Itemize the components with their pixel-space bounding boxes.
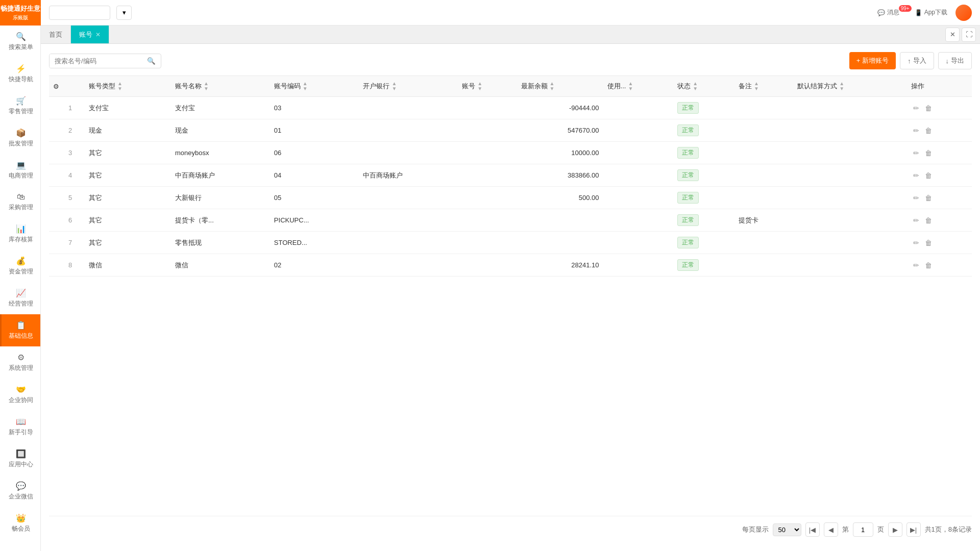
- tab-close-account[interactable]: ✕: [95, 31, 101, 38]
- col-code[interactable]: 账号编码 ▲▼: [270, 76, 359, 97]
- edit-row-button[interactable]: ✏: [911, 126, 921, 136]
- row-settlement: [793, 187, 907, 209]
- row-note: [734, 164, 793, 187]
- row-type: 支付宝: [85, 97, 171, 119]
- row-note: [734, 232, 793, 254]
- col-account-no[interactable]: 账号 ▲▼: [458, 76, 517, 97]
- sidebar-item-finance[interactable]: 💰 资金管理: [0, 250, 40, 282]
- sidebar-item-ecommerce[interactable]: 💻 电商管理: [0, 154, 40, 186]
- first-page-button[interactable]: |◀: [805, 522, 820, 537]
- row-num: 7: [64, 232, 85, 254]
- col-usage[interactable]: 使用... ▲▼: [603, 76, 674, 97]
- app-download-button[interactable]: 📱 App下载: [915, 8, 947, 17]
- system-icon: ⚙: [17, 353, 24, 362]
- sidebar-item-basic[interactable]: 📋 基础信息: [0, 314, 40, 346]
- sidebar-item-wholesale[interactable]: 📦 批发管理: [0, 122, 40, 154]
- tab-home[interactable]: 首页: [41, 26, 71, 43]
- sidebar-item-enterprise[interactable]: 🤝 企业协同: [0, 379, 40, 411]
- sort-code-icon: ▲▼: [303, 81, 308, 91]
- sidebar-item-operation[interactable]: 📈 经营管理: [0, 282, 40, 314]
- col-settings[interactable]: ⚙: [49, 76, 64, 97]
- delete-row-button[interactable]: 🗑: [923, 170, 934, 181]
- message-button[interactable]: 💬 消息 99+: [877, 8, 906, 17]
- row-settlement: [793, 232, 907, 254]
- sidebar-item-guide[interactable]: 📖 新手引导: [0, 411, 40, 443]
- row-settings: [49, 142, 64, 164]
- row-name: 零售抵现: [171, 232, 270, 254]
- delete-row-button[interactable]: 🗑: [923, 260, 934, 270]
- edit-row-button[interactable]: ✏: [911, 260, 921, 270]
- sidebar-item-member[interactable]: 👑 畅会员: [0, 507, 40, 539]
- edit-row-button[interactable]: ✏: [911, 103, 921, 113]
- account-search-input[interactable]: [50, 54, 142, 68]
- delete-row-button[interactable]: 🗑: [923, 126, 934, 136]
- phone-icon: 📱: [915, 9, 922, 16]
- sidebar-item-system[interactable]: ⚙ 系统管理: [0, 346, 40, 379]
- accounts-table: ⚙ 账号类型 ▲▼ 账号名称 ▲▼: [49, 76, 972, 277]
- edit-row-button[interactable]: ✏: [911, 238, 921, 248]
- row-usage: [603, 254, 674, 277]
- delete-row-button[interactable]: 🗑: [923, 148, 934, 158]
- page-size-select[interactable]: 50 100 200: [773, 523, 801, 536]
- row-settings: [49, 209, 64, 232]
- tab-close-all[interactable]: ✕: [945, 28, 960, 42]
- delete-row-button[interactable]: 🗑: [923, 103, 934, 113]
- row-usage: [603, 232, 674, 254]
- edit-row-button[interactable]: ✏: [911, 215, 921, 226]
- dropdown-button[interactable]: ▾: [116, 6, 132, 20]
- row-settings: [49, 232, 64, 254]
- import-button[interactable]: ↑ 导入: [900, 52, 934, 69]
- col-balance[interactable]: 最新余额 ▲▼: [517, 76, 603, 97]
- page-input[interactable]: [853, 522, 873, 537]
- edit-row-button[interactable]: ✏: [911, 193, 921, 203]
- col-name[interactable]: 账号名称 ▲▼: [171, 76, 270, 97]
- guide-icon: 📖: [16, 417, 26, 427]
- row-bank: [359, 232, 458, 254]
- row-account-no: [458, 209, 517, 232]
- row-name: 微信: [171, 254, 270, 277]
- sidebar-item-search-menu[interactable]: 🔍 搜索菜单: [0, 26, 40, 58]
- delete-row-button[interactable]: 🗑: [923, 193, 934, 203]
- sidebar-item-app-center[interactable]: 🔲 应用中心: [0, 443, 40, 475]
- retail-icon: 🛒: [16, 96, 26, 106]
- row-usage: [603, 164, 674, 187]
- prev-page-button[interactable]: ◀: [824, 522, 838, 537]
- delete-row-button[interactable]: 🗑: [923, 238, 934, 248]
- col-type[interactable]: 账号类型 ▲▼: [85, 76, 171, 97]
- avatar[interactable]: [955, 5, 972, 21]
- pagination: 每页显示 50 100 200 |◀ ◀ 第 页 ▶ ▶| 共1页，8条记录: [49, 516, 972, 543]
- export-button[interactable]: ↓ 导出: [938, 52, 972, 69]
- row-action: ✏ 🗑: [907, 254, 972, 277]
- edit-row-button[interactable]: ✏: [911, 170, 921, 181]
- add-account-button[interactable]: + 新增账号: [849, 52, 896, 69]
- row-balance: -90444.00: [517, 97, 603, 119]
- toolbar: 🔍 + 新增账号 ↑ 导入 ↓ 导出: [49, 52, 972, 69]
- edit-row-button[interactable]: ✏: [911, 148, 921, 158]
- delete-row-button[interactable]: 🗑: [923, 215, 934, 226]
- global-search-input[interactable]: [49, 6, 110, 20]
- sidebar-item-retail[interactable]: 🛒 零售管理: [0, 90, 40, 122]
- search-submit-button[interactable]: 🔍: [142, 54, 161, 68]
- col-settlement[interactable]: 默认结算方式 ▲▼: [793, 76, 907, 97]
- sidebar-item-inventory[interactable]: 📊 库存核算: [0, 218, 40, 250]
- row-status: 正常: [673, 142, 734, 164]
- sidebar-item-wechat[interactable]: 💬 企业微信: [0, 475, 40, 507]
- col-bank[interactable]: 开户银行 ▲▼: [359, 76, 458, 97]
- table-row: 8 微信 微信 02 28241.10 正常 ✏ 🗑: [49, 254, 972, 277]
- row-action: ✏ 🗑: [907, 209, 972, 232]
- row-balance: 547670.00: [517, 119, 603, 142]
- sort-bank-icon: ▲▼: [391, 81, 397, 91]
- message-badge: 99+: [899, 5, 912, 12]
- sidebar-item-purchase[interactable]: 🛍 采购管理: [0, 186, 40, 218]
- tab-expand[interactable]: ⛶: [962, 28, 976, 42]
- col-status[interactable]: 状态 ▲▼: [673, 76, 734, 97]
- row-account-no: [458, 164, 517, 187]
- row-status: 正常: [673, 119, 734, 142]
- col-note[interactable]: 备注 ▲▼: [734, 76, 793, 97]
- last-page-button[interactable]: ▶|: [906, 522, 921, 537]
- tab-account[interactable]: 账号 ✕: [71, 26, 109, 43]
- row-type: 其它: [85, 187, 171, 209]
- app-center-icon: 🔲: [16, 449, 26, 459]
- next-page-button[interactable]: ▶: [888, 522, 902, 537]
- sidebar-item-quick-nav[interactable]: ⚡ 快捷导航: [0, 58, 40, 90]
